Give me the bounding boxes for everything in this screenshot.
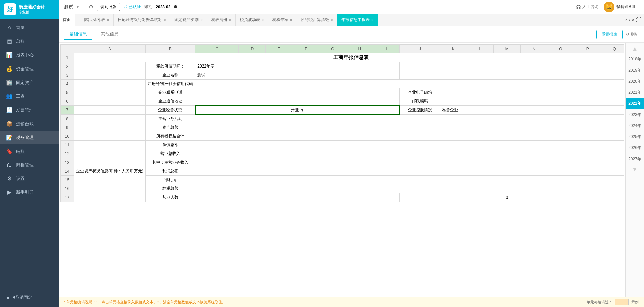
cell-2C[interactable]: 2022年度	[195, 62, 400, 71]
cell-9C[interactable]	[195, 123, 624, 132]
cell-5K[interactable]	[440, 88, 624, 97]
cell-2J[interactable]	[400, 62, 624, 71]
col-header-O[interactable]: O	[547, 45, 574, 53]
tab-close-icon[interactable]: ×	[200, 17, 203, 23]
row-header[interactable]: 4	[61, 80, 74, 88]
cell-16B[interactable]: 纳税总额	[146, 184, 195, 193]
col-header-J[interactable]: J	[400, 45, 440, 53]
col-header-F[interactable]: F	[292, 45, 319, 53]
sidebar-item-archive[interactable]: 🗂 归档管理	[0, 158, 59, 172]
cell-7J[interactable]: 企业控股情况	[400, 106, 440, 115]
cell-17J[interactable]	[400, 193, 467, 202]
row-header[interactable]: 5	[61, 88, 74, 97]
row-header[interactable]: 3	[61, 71, 74, 80]
cell-8B[interactable]: 主营业务活动	[146, 115, 195, 123]
tab-tax-form[interactable]: 税表清册 ×	[207, 14, 236, 26]
cell-16C[interactable]	[195, 184, 624, 193]
sidebar-item-fixed[interactable]: 🏢 固定资产	[0, 76, 59, 89]
tab-annual-report[interactable]: 年报信息申报表 ×	[337, 14, 378, 26]
cell-11C[interactable]	[195, 141, 624, 149]
sidebar-item-settle[interactable]: 🔖 结账	[0, 144, 59, 158]
cell-13C[interactable]	[195, 158, 624, 167]
cell-17K[interactable]: 0	[467, 193, 547, 202]
cell-6C[interactable]	[195, 97, 400, 106]
cell-7K[interactable]: 私营企业	[440, 106, 624, 115]
year-item-2022[interactable]: 2022年	[626, 98, 644, 109]
col-header-N[interactable]: N	[521, 45, 547, 53]
year-item-2026[interactable]: 2026年	[626, 142, 644, 154]
cell-6J[interactable]: 邮政编码	[400, 97, 440, 106]
cell-7A[interactable]	[74, 106, 146, 115]
year-item-2020[interactable]: 2020年	[626, 76, 644, 87]
refresh-button[interactable]: ↺ 刷新	[626, 30, 639, 39]
year-item-2025[interactable]: 2025年	[626, 131, 644, 142]
tab-aux-balance[interactable]: ↑目辅助余额表 ×	[75, 14, 114, 26]
sidebar-item-settings[interactable]: ⚙ 设置	[0, 172, 59, 185]
tabs-prev-icon[interactable]: ‹	[625, 17, 627, 23]
cell-6B[interactable]: 企业通信地址	[146, 97, 195, 106]
cell-17B[interactable]: 从业人数	[146, 193, 195, 202]
cell-4A[interactable]	[74, 80, 146, 88]
cell-5J[interactable]: 企业电子邮箱	[400, 88, 440, 97]
col-header-K[interactable]: K	[440, 45, 467, 53]
tabs-next-icon[interactable]: ›	[628, 17, 630, 23]
sidebar-item-stock[interactable]: 📦 进销台账	[0, 117, 59, 131]
tab-close-icon[interactable]: ×	[290, 17, 292, 23]
cell-17C[interactable]	[195, 193, 400, 202]
cell-7B[interactable]: 企业经营状态	[146, 106, 195, 115]
tab-close-icon[interactable]: ×	[261, 17, 264, 23]
row-header[interactable]: 2	[61, 62, 74, 71]
cell-15C[interactable]	[195, 176, 624, 184]
row-header[interactable]: 10	[61, 132, 74, 141]
sub-tab-basic[interactable]: 基础信息	[64, 29, 92, 40]
settings-icon[interactable]: ⚙	[89, 4, 93, 10]
row-header[interactable]: 1	[61, 53, 74, 62]
col-header-G[interactable]: G	[319, 45, 346, 53]
tab-close-icon[interactable]: ×	[330, 17, 333, 23]
cell-3A[interactable]	[74, 71, 146, 80]
tab-journal[interactable]: 日记账与银行对账单核对 ×	[114, 14, 170, 26]
dropdown-arrow-icon[interactable]: ▼	[300, 108, 304, 113]
switch-old-button[interactable]: 切到旧版	[97, 3, 120, 11]
cell-10A[interactable]	[74, 132, 146, 141]
row-header[interactable]: 12	[61, 149, 74, 158]
tab-income-tax[interactable]: 所得税汇算清缴 ×	[297, 14, 337, 26]
year-down-icon[interactable]: ▼	[631, 165, 639, 174]
year-item-2019[interactable]: 2019年	[626, 65, 644, 76]
title-cell[interactable]: 工商年报信息表	[74, 53, 624, 62]
year-up-icon[interactable]: ▲	[631, 44, 639, 54]
cell-3J[interactable]	[400, 71, 624, 80]
cell-3C[interactable]: 测试	[195, 71, 400, 80]
reset-report-button[interactable]: 重置报表	[596, 30, 623, 39]
col-header-H[interactable]: H	[346, 45, 373, 53]
cell-6A[interactable]	[74, 97, 146, 106]
service-button[interactable]: 🎧 人工咨询	[576, 4, 598, 10]
sidebar-item-guide[interactable]: ▶ 新手引导	[0, 185, 59, 199]
cell-2B[interactable]: 税款所属期间：	[146, 62, 195, 71]
tab-close-icon[interactable]: ×	[229, 17, 231, 23]
calendar-icon[interactable]: 🗓	[174, 5, 178, 9]
tab-close-icon[interactable]: ×	[107, 17, 109, 23]
year-item-2018[interactable]: 2018年	[626, 54, 644, 65]
cell-4B[interactable]: 注册号/统一社会信用代码	[146, 80, 195, 88]
sidebar-item-tax[interactable]: 📝 税务管理	[0, 131, 59, 144]
cell-4C[interactable]	[195, 80, 624, 88]
tabs-expand-icon[interactable]: ⛶	[636, 17, 641, 23]
cell-9A[interactable]	[74, 123, 146, 132]
cell-3B[interactable]: 企业名称	[146, 71, 195, 80]
cell-8C[interactable]	[195, 115, 624, 123]
pin-sidebar-button[interactable]: ◀ ◀取消固定	[0, 291, 59, 304]
dropdown-arrow-icon[interactable]: ▾	[77, 5, 79, 9]
cell-17A[interactable]	[74, 193, 146, 202]
row-header[interactable]: 6	[61, 97, 74, 106]
cell-10C[interactable]	[195, 132, 624, 141]
add-tab-icon[interactable]: +	[82, 4, 85, 10]
year-item-2027[interactable]: 2027年	[626, 154, 644, 165]
cell-2A[interactable]	[74, 62, 146, 71]
spreadsheet-container[interactable]: A B C D E F G H I J K L M	[60, 44, 624, 295]
cell-12B[interactable]: 营业总收入	[146, 149, 195, 158]
col-header-D[interactable]: D	[239, 45, 266, 53]
row-header[interactable]: 16	[61, 184, 74, 193]
sidebar-item-home[interactable]: ⌂ 首页	[0, 21, 59, 34]
user-menu[interactable]: 😸 畅捷通B组...	[604, 2, 639, 12]
